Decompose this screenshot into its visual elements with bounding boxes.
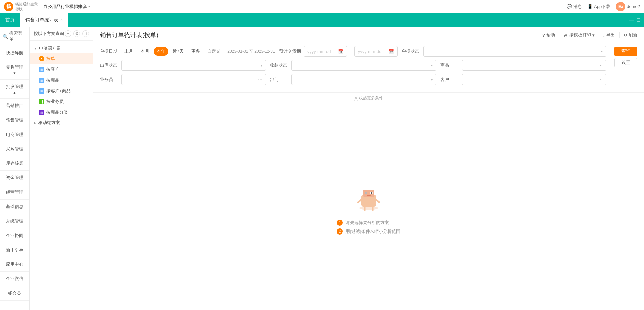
add-scheme-button[interactable]: + — [65, 30, 71, 37]
product-label: 商品 — [440, 62, 459, 68]
sidebar-item-inventory[interactable]: 库存核算 — [0, 156, 29, 171]
customer-more-icon[interactable]: ··· — [598, 76, 603, 83]
date-tab-more[interactable]: 更多 — [188, 47, 203, 56]
date-tab-this-year[interactable]: 本年 — [154, 47, 168, 56]
scheme-tree: ▼ 电脑端方案 ● 按单 ▦ 按客户 ▦ 按商品 — [30, 41, 93, 310]
message-label: 消息 — [573, 4, 582, 10]
sidebar-item-sales[interactable]: 销售管理 — [0, 113, 29, 127]
sidebar-item-shortcut[interactable]: 快捷导航 — [0, 46, 29, 60]
sidebar-item-member[interactable]: 畅会员 — [0, 286, 29, 301]
query-button[interactable]: 查询 — [614, 47, 637, 56]
payment-status-select[interactable]: ▾ — [291, 60, 436, 71]
scheme-group-pc-header[interactable]: ▼ 电脑端方案 — [30, 43, 93, 53]
doc-status-select[interactable]: ▾ — [423, 46, 606, 57]
logo-area: 畅 畅捷通好生意 标版 — [4, 2, 38, 11]
date-tabs: 上月 本月 本年 近7天 更多 自定义 — [121, 47, 223, 56]
customer-select[interactable]: ··· — [462, 74, 606, 85]
tab-home[interactable]: 首页 — [0, 13, 20, 27]
hint-text-1: 请先选择要分析的方案 — [345, 220, 389, 226]
tab-close-icon[interactable]: × — [60, 18, 63, 22]
sidebar: 🔍 搜索菜单 快捷导航 零售管理 ▼ 批发管理 ▲ 营销推广 销售管理 电商管理… — [0, 27, 30, 310]
collapse-panel-button[interactable]: 《 — [82, 30, 89, 37]
settings-scheme-button[interactable]: ⚙ — [73, 30, 80, 37]
tab-sales-order-stat[interactable]: 销售订单统计表 × — [20, 13, 68, 27]
hint-text-2: 用[过滤]条件来缩小分析范围 — [345, 228, 400, 235]
sidebar-item-system[interactable]: 系统管理 — [0, 214, 29, 228]
scheme-item-by-order[interactable]: ● 按单 — [30, 53, 93, 64]
svg-rect-7 — [367, 195, 371, 196]
help-action[interactable]: ? 帮助 — [542, 32, 555, 38]
product-more-icon[interactable]: ··· — [598, 62, 603, 68]
delivery-status-select[interactable]: ▾ — [121, 60, 266, 71]
scheme-item-by-customer-product[interactable]: ▦ 按客户+商品 — [30, 86, 93, 96]
sidebar-item-retail[interactable]: 零售管理 ▼ — [0, 60, 29, 80]
mobile-group-collapse-icon: ▶ — [34, 121, 36, 125]
date-tab-custom[interactable]: 自定义 — [204, 47, 223, 56]
scheme-item-by-product[interactable]: ▦ 按商品 — [30, 75, 93, 86]
by-salesperson-icon: ▐ — [39, 99, 44, 104]
sidebar-item-appcenter[interactable]: 应用中心 — [0, 257, 29, 272]
hint-num-1: 1 — [337, 220, 343, 226]
salesperson-select[interactable]: ··· — [121, 74, 266, 85]
scheme-item-by-customer[interactable]: ▦ 按客户 — [30, 64, 93, 75]
refresh-action[interactable]: ↻ 刷新 — [624, 32, 637, 38]
filter-row-2: 出库状态 ▾ 收款状态 ▾ — [100, 60, 606, 71]
expected-date-to[interactable]: yyyy-mm-dd 📅 — [354, 46, 398, 57]
product-select[interactable]: ··· — [462, 60, 606, 71]
settings-button[interactable]: 设置 — [614, 58, 637, 67]
by-customer-product-label: 按客户+商品 — [46, 88, 71, 94]
nav-maximize-icon[interactable]: □ — [637, 17, 640, 23]
sidebar-item-operations[interactable]: 经营管理 — [0, 185, 29, 200]
salesperson-more-icon[interactable]: ··· — [258, 76, 262, 83]
wholesale-arrow-icon: ▲ — [13, 91, 16, 94]
sidebar-item-basic[interactable]: 基础信息 — [0, 200, 29, 214]
scheme-item-by-salesperson[interactable]: ▐ 按业务员 — [30, 96, 93, 107]
scheme-group-mobile-label: 移动端方案 — [38, 120, 60, 126]
sidebar-item-newuser[interactable]: 新手引导 — [0, 243, 29, 257]
salesperson-label: 业务员 — [100, 76, 119, 83]
export-icon: ↓ — [603, 33, 605, 38]
group-collapse-icon: ▼ — [34, 47, 37, 50]
department-arrow-icon: ▾ — [431, 78, 433, 82]
collapse-bar[interactable]: ⋀ 收起更多条件 — [93, 93, 644, 104]
expected-date-range: yyyy-mm-dd 📅 — yyyy-mm-dd 📅 — [304, 46, 398, 57]
date-tab-last-month[interactable]: 上月 — [121, 47, 136, 56]
user-profile[interactable]: Ea demo2 — [616, 2, 640, 11]
sidebar-item-wholesale[interactable]: 批发管理 ▲ — [0, 80, 29, 99]
date-tab-this-month[interactable]: 本月 — [138, 47, 152, 56]
left-panel: 按以下方案查询 + ⚙ 《 ▼ 电脑端方案 ● 按单 — [30, 27, 93, 310]
department-cell: 部门 ▾ — [270, 74, 436, 85]
app-selector[interactable]: 办公用品行业模拟账套 ▾ — [40, 2, 93, 11]
svg-line-8 — [358, 200, 361, 202]
nav-minimize-icon[interactable]: — — [629, 17, 634, 23]
sidebar-item-marketing[interactable]: 营销推广 — [0, 99, 29, 113]
scheme-group-mobile-header[interactable]: ▶ 移动端方案 — [30, 118, 93, 128]
department-select[interactable]: ▾ — [291, 74, 436, 85]
sidebar-item-finance[interactable]: 资金管理 — [0, 171, 29, 185]
sidebar-item-wechat[interactable]: 企业微信 — [0, 272, 29, 286]
logo-text: 畅捷通好生意 标版 — [15, 2, 38, 11]
sidebar-search[interactable]: 🔍 搜索菜单 — [0, 27, 29, 46]
scheme-item-by-product-category[interactable]: ▤ 按商品分类 — [30, 107, 93, 118]
help-label: 帮助 — [546, 32, 555, 38]
expected-date-from[interactable]: yyyy-mm-dd 📅 — [304, 46, 347, 57]
sidebar-item-ecommerce[interactable]: 电商管理 — [0, 127, 29, 142]
empty-state: 1 请先选择要分析的方案 2 用[过滤]条件来缩小分析范围 — [93, 104, 644, 310]
print-action[interactable]: 🖨 按模板打印 ▾ — [564, 32, 595, 38]
empty-illustration — [352, 179, 385, 213]
date-tab-last-7-days[interactable]: 近7天 — [170, 47, 187, 56]
search-label: 搜索菜单 — [9, 30, 26, 42]
right-panel: 销售订单统计表(按单) ? 帮助 🖨 按模板打印 ▾ ↓ — [93, 27, 644, 310]
payment-arrow-icon: ▾ — [431, 64, 433, 67]
date-filter-label: 单据日期 — [100, 48, 119, 54]
filter-buttons: 查询 设置 — [614, 46, 637, 67]
sidebar-item-purchase[interactable]: 采购管理 — [0, 142, 29, 156]
home-tab-label: 首页 — [5, 17, 15, 23]
by-order-label: 按单 — [46, 56, 55, 62]
app-download-action[interactable]: 📱 App下载 — [587, 4, 610, 10]
salesperson-cell: 业务员 ··· — [100, 74, 266, 85]
sidebar-item-enterprise[interactable]: 企业协同 — [0, 228, 29, 243]
svg-point-6 — [371, 192, 372, 194]
message-action[interactable]: 💬 消息 — [567, 4, 582, 10]
export-action[interactable]: ↓ 导出 — [603, 32, 615, 38]
